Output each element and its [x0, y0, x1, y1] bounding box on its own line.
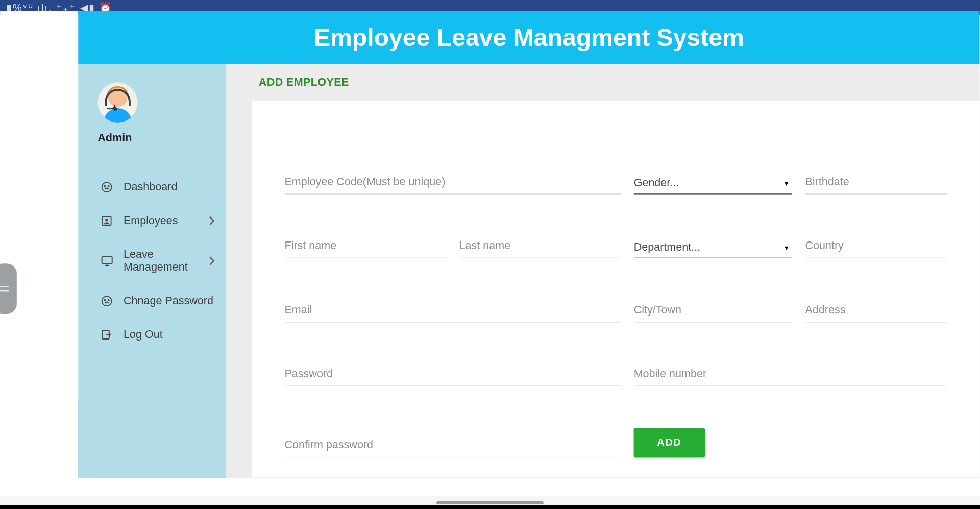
employee-code-field — [284, 172, 621, 194]
monitor-icon — [97, 255, 115, 267]
sidebar-item-change-password[interactable]: Chnage Password — [78, 284, 226, 318]
svg-point-11 — [105, 302, 106, 303]
svg-point-12 — [107, 302, 108, 303]
bottom-black-strip — [0, 505, 980, 509]
add-button[interactable]: ADD — [634, 428, 705, 457]
sidebar-item-label: Log Out — [116, 328, 215, 341]
user-avatar — [97, 82, 138, 123]
svg-point-4 — [107, 188, 108, 189]
section-title: ADD EMPLOYEE — [226, 64, 979, 101]
viewport-left-margin — [0, 11, 78, 509]
svg-point-8 — [102, 296, 112, 306]
side-drag-handle[interactable] — [0, 263, 17, 314]
password-input[interactable] — [284, 364, 621, 386]
person-icon — [97, 215, 115, 227]
first-name-input[interactable] — [284, 236, 446, 258]
sidebar-item-employees[interactable]: Employees — [78, 204, 226, 238]
sidebar-item-logout[interactable]: Log Out — [78, 318, 226, 352]
settings-dots-icon — [97, 295, 115, 307]
department-select[interactable]: Department... ▼ — [634, 241, 792, 258]
chevron-right-icon — [208, 216, 215, 226]
confirm-password-input[interactable] — [284, 435, 621, 457]
sidebar-item-label: Leave Management — [116, 248, 208, 274]
password-field — [284, 364, 621, 386]
gender-select-value: Gender... — [634, 177, 783, 189]
svg-point-2 — [108, 186, 109, 187]
country-input[interactable] — [805, 236, 947, 258]
svg-point-9 — [104, 300, 105, 301]
mobile-field — [634, 364, 947, 386]
svg-point-0 — [102, 182, 112, 192]
country-field — [805, 236, 947, 258]
main-content: ADD EMPLOYEE Gender... ▼ — [226, 64, 979, 478]
sidebar-item-leave-management[interactable]: Leave Management — [78, 237, 226, 284]
app-title: Employee Leave Managment System — [314, 24, 744, 52]
city-input[interactable] — [634, 300, 792, 322]
last-name-field — [459, 236, 621, 258]
svg-point-1 — [104, 186, 105, 187]
user-name-label: Admin — [78, 132, 226, 171]
chevron-right-icon — [208, 256, 215, 265]
svg-point-3 — [105, 188, 106, 189]
birthdate-input[interactable] — [805, 172, 947, 194]
sidebar: Admin Dashboard Employees — [78, 64, 226, 478]
app-header: Employee Leave Managment System — [78, 11, 979, 64]
sidebar-item-dashboard[interactable]: Dashboard — [78, 171, 226, 204]
address-field — [805, 300, 947, 322]
confirm-password-field — [284, 435, 621, 457]
sidebar-item-label: Dashboard — [116, 181, 215, 193]
logout-icon — [97, 329, 115, 341]
first-name-field — [284, 236, 446, 258]
email-field — [284, 300, 621, 322]
app-frame: Employee Leave Managment System Admin — [78, 11, 979, 478]
chevron-down-icon: ▼ — [783, 180, 792, 187]
form-card: Gender... ▼ Department — [252, 101, 979, 477]
last-name-input[interactable] — [459, 236, 621, 258]
gender-select[interactable]: Gender... ▼ — [634, 177, 792, 194]
sidebar-item-label: Employees — [116, 214, 208, 227]
address-input[interactable] — [805, 300, 947, 322]
email-input[interactable] — [284, 300, 621, 322]
dashboard-icon — [97, 181, 115, 193]
department-select-value: Department... — [634, 241, 783, 254]
svg-point-6 — [105, 219, 108, 222]
sidebar-item-label: Chnage Password — [116, 295, 215, 307]
birthdate-field — [805, 172, 947, 194]
svg-rect-7 — [102, 257, 112, 263]
chevron-down-icon: ▼ — [783, 244, 792, 251]
svg-point-10 — [108, 300, 109, 301]
sidebar-nav: Dashboard Employees — [78, 171, 226, 352]
employee-code-input[interactable] — [284, 172, 621, 194]
mobile-input[interactable] — [634, 364, 947, 386]
city-field — [634, 300, 792, 322]
home-indicator[interactable] — [436, 501, 544, 504]
